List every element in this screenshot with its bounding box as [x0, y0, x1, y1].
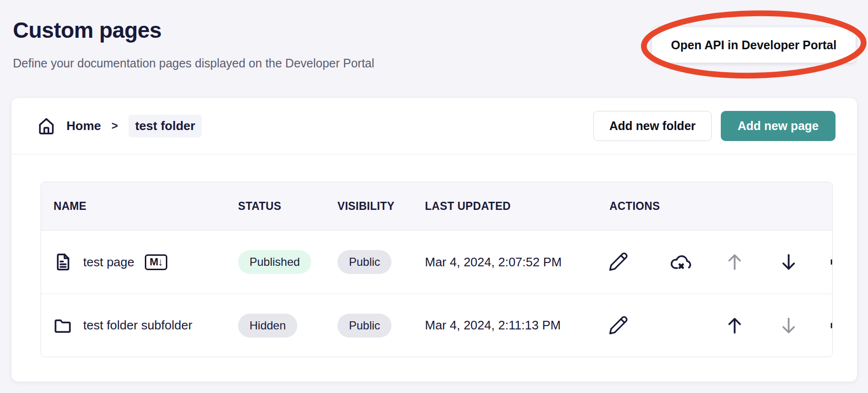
open-api-in-developer-portal-button[interactable]: Open API in Developer Portal: [652, 27, 856, 63]
pages-table: NAME STATUS VISIBILITY LAST UPDATED ACTI…: [41, 182, 833, 357]
table-body: test page M↓ Published Public Mar 4, 202…: [41, 230, 832, 357]
table-row: test page M↓ Published Public Mar 4, 202…: [41, 230, 832, 294]
status-badge: Published: [238, 250, 311, 274]
visibility-badge: Public: [337, 250, 391, 274]
row-name: test page: [83, 255, 134, 270]
status-badge: Hidden: [238, 314, 297, 338]
clipped-action-icon-fragment: [831, 323, 833, 328]
breadcrumb-home-link[interactable]: Home: [37, 117, 101, 136]
move-down-icon[interactable]: [779, 252, 799, 272]
breadcrumb: Home > test folder: [37, 115, 202, 137]
add-new-folder-button[interactable]: Add new folder: [593, 111, 712, 141]
card-header: Home > test folder Add new folder Add ne…: [11, 98, 857, 154]
table-row: test folder subfolder Hidden Public Mar …: [41, 294, 832, 357]
column-header-last-updated: LAST UPDATED: [425, 200, 609, 213]
breadcrumb-home-label: Home: [66, 119, 101, 133]
page-subtitle: Define your documentation pages displaye…: [13, 56, 374, 70]
breadcrumb-current-folder: test folder: [129, 115, 202, 137]
name-cell: test folder subfolder: [41, 316, 238, 336]
clipped-action-icon-fragment: [831, 260, 833, 265]
actions-cell: [609, 230, 832, 294]
move-up-icon: [725, 252, 745, 272]
column-header-name: NAME: [41, 200, 238, 213]
move-down-icon: [779, 316, 799, 336]
visibility-badge: Public: [337, 314, 391, 338]
column-header-actions: ACTIONS: [609, 200, 832, 213]
edit-icon[interactable]: [607, 315, 629, 337]
row-name: test folder subfolder: [83, 318, 192, 333]
name-cell: test page M↓: [41, 252, 238, 272]
column-header-visibility: VISIBILITY: [337, 200, 425, 213]
page-title: Custom pages: [13, 17, 162, 43]
home-icon: [37, 117, 56, 136]
column-header-status: STATUS: [238, 200, 337, 213]
custom-pages-card: Home > test folder Add new folder Add ne…: [11, 98, 857, 382]
markdown-icon: M↓: [145, 254, 167, 270]
document-icon: [54, 252, 73, 272]
move-up-icon[interactable]: [725, 316, 745, 336]
add-new-page-button[interactable]: Add new page: [721, 111, 835, 141]
last-updated-value: Mar 4, 2024, 2:07:52 PM: [425, 255, 609, 270]
edit-icon[interactable]: [607, 251, 629, 273]
actions-cell: [609, 294, 832, 357]
card-toolbar: Add new folder Add new page: [593, 111, 835, 141]
unpublish-icon[interactable]: [668, 251, 694, 273]
breadcrumb-separator: >: [111, 120, 118, 132]
table-header-row: NAME STATUS VISIBILITY LAST UPDATED ACTI…: [41, 182, 832, 230]
last-updated-value: Mar 4, 2024, 2:11:13 PM: [425, 318, 609, 333]
folder-icon: [54, 316, 73, 336]
